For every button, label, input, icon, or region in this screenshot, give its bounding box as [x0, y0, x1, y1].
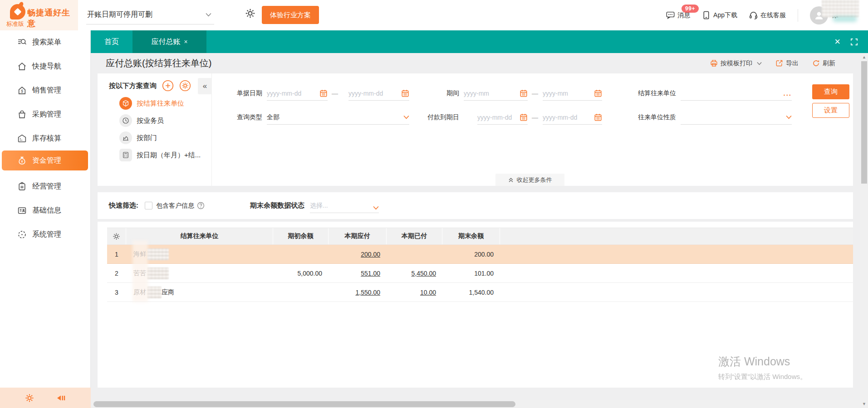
search-menu-icon — [17, 38, 27, 47]
column-header-current-payable[interactable]: 本期应付 — [329, 228, 387, 244]
smartphone-icon — [702, 11, 711, 19]
table-row[interactable]: 2 苦苦 5,000.00 551.00 5,450.00 101.00 — [107, 264, 853, 283]
messages-link[interactable]: 消息 99+ — [666, 11, 690, 19]
name-visible-text: 海鲜 — [133, 250, 146, 258]
settings-gear-icon[interactable] — [25, 393, 34, 403]
counterparty-nature-select[interactable] — [681, 110, 792, 125]
vertical-scrollbar-thumb[interactable] — [861, 61, 867, 184]
sidebar-item-sales[interactable]: $ 销售管理 — [0, 78, 91, 102]
scheme-item-by-salesperson[interactable]: 按业务员 — [119, 114, 164, 127]
period-start-input[interactable]: yyyy-mm — [464, 86, 528, 101]
calendar-icon[interactable] — [594, 89, 602, 97]
sidebar-item-label: 基础信息 — [32, 206, 61, 215]
range-separator: — — [532, 86, 538, 101]
query-type-select[interactable]: 全部 — [267, 110, 409, 125]
doc-date-end-input[interactable]: yyyy-mm-dd — [348, 86, 409, 101]
search-button[interactable]: 查询 — [812, 84, 849, 99]
calculator-icon — [119, 149, 132, 161]
sidebar-item-label: 搜索菜单 — [32, 38, 61, 47]
paid-drilldown-link[interactable]: 5,450.00 — [412, 270, 436, 277]
tab-accounts-payable-label: 应付总账 — [151, 37, 180, 47]
paid-drilldown-link[interactable]: 10.00 — [420, 289, 436, 296]
row-number: 1 — [107, 245, 126, 263]
payable-drilldown-link[interactable]: 1,550.00 — [356, 289, 381, 296]
settings-button[interactable]: 设置 — [812, 103, 849, 118]
calendar-icon[interactable] — [319, 89, 328, 97]
name-redaction — [147, 287, 162, 298]
due-date-start-input[interactable]: yyyy-mm-dd — [477, 110, 528, 125]
table-row[interactable]: 1 海鲜 200.00 200.00 — [107, 245, 853, 264]
account-selector[interactable]: 开账日期可停用可删 — [86, 5, 214, 24]
column-header-current-paid[interactable]: 本期已付 — [387, 228, 442, 244]
scheme-panel: 按以下方案查询 « 按结算往来单位 按业务员 — [98, 73, 212, 186]
collapse-sidebar-icon[interactable] — [57, 393, 66, 403]
scheme-item-by-date[interactable]: 按日期（年月）+结... — [119, 149, 201, 161]
warehouse-icon — [17, 134, 27, 143]
sidebar-item-system[interactable]: 系统管理 — [0, 223, 91, 247]
app-download-link[interactable]: App下载 — [702, 11, 737, 19]
scheme-settings-icon[interactable] — [179, 80, 191, 92]
chevron-down-icon[interactable] — [757, 62, 762, 65]
calendar-icon[interactable] — [520, 89, 528, 97]
closing-balance-status-select[interactable]: 选择... — [310, 199, 379, 213]
gear-icon[interactable] — [245, 8, 255, 19]
counterparty-more-button[interactable]: ... — [783, 89, 792, 97]
scheme-item-by-department[interactable]: 按部门 — [119, 131, 157, 144]
period-end-placeholder: yyyy-mm — [543, 90, 568, 97]
range-separator: — — [332, 86, 338, 101]
horizontal-scrollbar-thumb[interactable] — [93, 401, 515, 407]
sidebar-item-search-menu[interactable]: 搜索菜单 — [0, 30, 91, 54]
sidebar-item-base-info[interactable]: 基础信息 — [0, 199, 91, 223]
column-header-counterparty[interactable]: 结算往来单位 — [126, 228, 273, 244]
fullscreen-icon[interactable] — [850, 38, 858, 46]
refresh-button[interactable]: 刷新 — [812, 59, 835, 68]
chevron-down-icon — [206, 13, 211, 17]
sidebar-item-inventory[interactable]: 库存核算 — [0, 126, 91, 151]
close-icon[interactable]: × — [834, 37, 840, 47]
help-question-icon[interactable] — [197, 202, 205, 209]
scroll-up-icon[interactable]: ▲ — [860, 55, 868, 59]
payable-drilldown-link[interactable]: 551.00 — [361, 270, 380, 277]
sidebar-item-purchase[interactable]: 采购管理 — [0, 102, 91, 126]
column-header-closing-balance[interactable]: 期末余额 — [442, 228, 500, 244]
opening-balance-cell — [273, 283, 329, 301]
sidebar-item-funds[interactable]: ¥ 资金管理 — [2, 151, 88, 170]
clipboard-icon — [17, 182, 27, 191]
include-customer-checkbox[interactable] — [145, 202, 152, 209]
online-support-link[interactable]: 在线客服 — [749, 11, 786, 19]
name-visible-text: 原材 — [133, 288, 146, 296]
chat-bubble-icon — [666, 11, 675, 19]
account-selector-value: 开账日期可停用可删 — [87, 10, 152, 19]
calendar-icon[interactable] — [520, 113, 528, 121]
table-row[interactable]: 3 原材 应商 1,550.00 10.00 1,540.00 — [107, 283, 853, 302]
tab-close-icon[interactable]: × — [184, 38, 187, 45]
counterparty-input[interactable]: ... — [681, 86, 792, 101]
collapse-panel-button[interactable]: « — [198, 78, 212, 94]
calendar-icon[interactable] — [401, 89, 409, 97]
purchase-bag-icon — [17, 110, 27, 119]
due-date-end-input[interactable]: yyyy-mm-dd — [543, 110, 602, 125]
horizontal-scrollbar[interactable] — [91, 400, 860, 408]
sidebar-item-quick-nav[interactable]: 快捷导航 — [0, 54, 91, 78]
sidebar-item-operations[interactable]: 经营管理 — [0, 175, 91, 199]
online-support-label: 在线客服 — [760, 11, 786, 19]
scroll-down-icon[interactable]: ▼ — [860, 402, 868, 406]
tab-accounts-payable[interactable]: 应付总账 × — [132, 30, 206, 53]
scheme-item-label: 按结算往来单位 — [137, 99, 184, 108]
vertical-scrollbar[interactable]: ▲ ▼ — [860, 53, 868, 408]
collapse-more-conditions[interactable]: 收起更多条件 — [495, 174, 564, 186]
calendar-icon[interactable] — [594, 113, 602, 121]
export-button[interactable]: 导出 — [775, 59, 799, 68]
scheme-item-by-counterparty[interactable]: 按结算往来单位 — [119, 97, 184, 110]
trial-industry-button[interactable]: 体验行业方案 — [262, 6, 319, 24]
sidebar-item-label: 库存核算 — [32, 134, 61, 143]
tab-home[interactable]: 首页 — [91, 30, 132, 53]
add-scheme-icon[interactable] — [162, 80, 174, 92]
payable-drilldown-link[interactable]: 200.00 — [361, 251, 380, 258]
column-header-opening-balance[interactable]: 期初余额 — [273, 228, 329, 244]
column-settings-gear-icon[interactable] — [113, 233, 120, 240]
period-end-input[interactable]: yyyy-mm — [543, 86, 602, 101]
money-bag-icon: ¥ — [17, 156, 27, 165]
print-by-template-button[interactable]: 按模板打印 — [710, 59, 762, 68]
doc-date-start-input[interactable]: yyyy-mm-dd — [267, 86, 328, 101]
